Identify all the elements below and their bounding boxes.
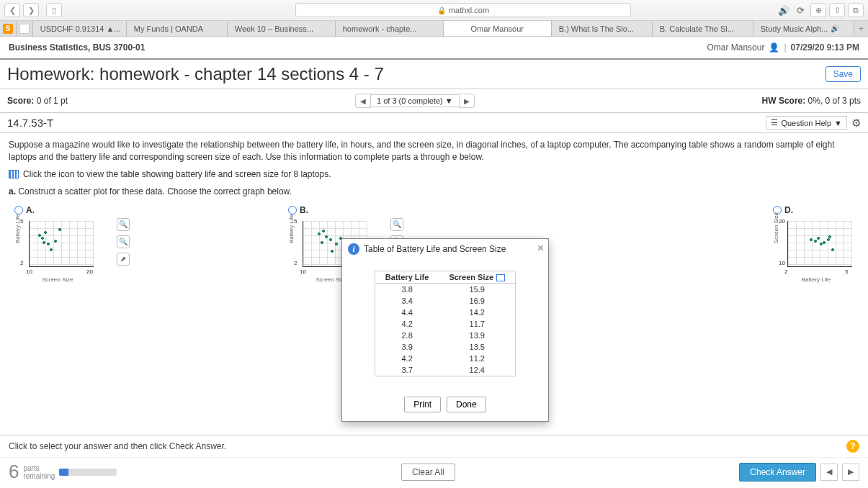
data-table-modal: i Table of Battery Life and Screen Size …	[341, 238, 549, 422]
modal-title: Table of Battery Life and Screen Size	[364, 244, 506, 254]
table-row: 3.913.5	[375, 341, 515, 353]
new-tab-button[interactable]: +	[854, 21, 868, 36]
copy-icon[interactable]	[496, 274, 505, 281]
popout-icon[interactable]: ⬈	[117, 253, 130, 266]
choice-b-radio[interactable]	[288, 206, 297, 214]
share-button[interactable]: ⇧	[829, 3, 845, 17]
choice-d-chart[interactable]: Screen Size 20 10 2 5 Battery Life 🔍 🔍	[773, 218, 859, 283]
tab-7[interactable]: Study Music Alph...🔊	[753, 21, 854, 36]
tab-4[interactable]: Omar Mansour	[444, 21, 552, 36]
data-table-link[interactable]: Click the icon to view the table showing…	[9, 169, 859, 179]
list-icon: ☰	[771, 118, 778, 127]
save-button[interactable]: Save	[826, 66, 861, 82]
back-button[interactable]: ❮	[4, 3, 20, 17]
question-nav-status[interactable]: 1 of 3 (0 complete) ▼	[371, 94, 459, 107]
tab-1[interactable]: My Funds | OANDA	[127, 21, 228, 36]
student-name: Omar Mansour	[707, 42, 764, 53]
settings-icon[interactable]: ⚙	[851, 117, 861, 130]
hw-score: HW Score: 0%, 0 of 3 pts	[762, 96, 861, 106]
choice-a-label: A.	[26, 205, 35, 215]
next-part-button[interactable]: ▶	[842, 464, 859, 481]
choice-d-label: D.	[784, 205, 793, 215]
downloads-button[interactable]: ⊕	[810, 3, 826, 17]
table-icon	[9, 170, 19, 179]
question-id: 14.7.53-T	[7, 117, 53, 129]
url-host: mathxl.com	[449, 6, 489, 14]
browser-chrome: ❮ ❯ ▯ 🔒 mathxl.com 🔊 ⟳ ⊕ ⇧ ⧉ S USDCHF 0.…	[0, 0, 868, 37]
next-question-button[interactable]: ▶	[459, 94, 475, 108]
favicon-1[interactable]: S	[0, 21, 17, 36]
print-button[interactable]: Print	[404, 397, 441, 412]
course-name: Business Statistics, BUS 3700-01	[9, 42, 145, 53]
forward-button[interactable]: ❯	[23, 3, 39, 17]
zoom-in-icon[interactable]: 🔍	[390, 218, 403, 231]
table-row: 4.211.7	[375, 318, 515, 330]
sidebar-button[interactable]: ▯	[46, 3, 62, 17]
tab-row: S USDCHF 0.91314 ▲... My Funds | OANDA W…	[0, 20, 868, 36]
table-row: 4.414.2	[375, 307, 515, 318]
col-header-screen: Screen Size	[439, 271, 515, 284]
reload-button[interactable]: ⟳	[797, 5, 805, 16]
table-row: 2.813.9	[375, 330, 515, 341]
homework-title: Homework: homework - chapter 14 sections…	[7, 64, 384, 84]
choice-b-label: B.	[300, 205, 308, 215]
favicon-2[interactable]	[17, 21, 33, 36]
col-header-battery: Battery Life	[375, 271, 439, 284]
zoom-out-icon[interactable]: 🔍	[117, 235, 130, 248]
tab-sound-icon: 🔊	[831, 24, 839, 32]
table-row: 4.211.2	[375, 353, 515, 364]
question-prompt: Suppose a magazine would like to investi…	[9, 139, 859, 163]
info-icon: i	[348, 243, 359, 255]
tabs-button[interactable]: ⧉	[848, 3, 864, 17]
user-icon: 👤	[769, 42, 779, 53]
table-row: 3.815.9	[375, 284, 515, 296]
table-row: 3.416.9	[375, 295, 515, 307]
data-table: Battery Life Screen Size 3.815.93.416.94…	[375, 271, 516, 376]
close-icon[interactable]: ×	[537, 242, 544, 255]
prev-question-button[interactable]: ◀	[355, 94, 371, 108]
question-help-button[interactable]: ☰ Question Help ▼	[766, 116, 847, 130]
tab-5[interactable]: B.) What Is The Slo...	[552, 21, 653, 36]
prev-part-button[interactable]: ◀	[820, 464, 838, 481]
check-answer-button[interactable]: Check Answer	[739, 463, 816, 482]
url-bar[interactable]: 🔒 mathxl.com	[295, 3, 631, 17]
choice-a-chart[interactable]: Battery Life 5 2 10 20 Screen Size 🔍 🔍	[14, 218, 101, 283]
done-button[interactable]: Done	[447, 397, 486, 412]
page-content: Business Statistics, BUS 3700-01 Omar Ma…	[0, 37, 868, 488]
tab-3[interactable]: homework - chapte...	[336, 21, 444, 36]
tab-6[interactable]: B. Calculate The Sl...	[653, 21, 753, 36]
clear-all-button[interactable]: Clear All	[401, 464, 455, 481]
tab-2[interactable]: Week 10 – Business...	[228, 21, 336, 36]
part-a: a. Construct a scatter plot for these da…	[9, 186, 859, 196]
lock-icon: 🔒	[437, 6, 446, 14]
sound-icon[interactable]: 🔊	[778, 5, 789, 16]
help-icon[interactable]: ?	[846, 440, 859, 453]
parts-remaining: 6 parts remaining	[9, 461, 117, 483]
tab-0[interactable]: USDCHF 0.91314 ▲...	[33, 21, 127, 36]
question-score: Score: 0 of 1 pt	[7, 96, 68, 106]
table-row: 3.712.4	[375, 364, 515, 376]
answer-hint: Click to select your answer and then cli…	[9, 441, 226, 451]
datetime: 07/29/20 9:13 PM	[791, 42, 859, 53]
choice-a-radio[interactable]	[14, 206, 23, 214]
progress-bar	[59, 469, 117, 476]
zoom-in-icon[interactable]: 🔍	[117, 218, 130, 231]
